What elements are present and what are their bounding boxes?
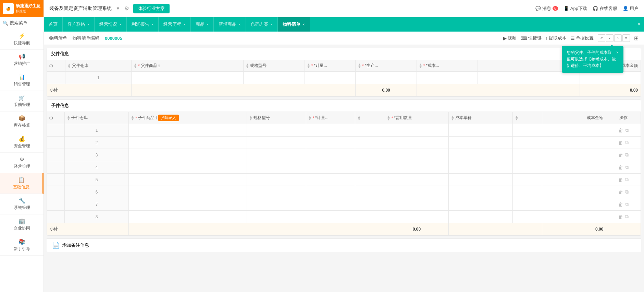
child-row-qty[interactable] bbox=[385, 161, 449, 174]
child-row-qty[interactable] bbox=[385, 186, 449, 198]
single-settings-action[interactable]: ☰ 单据设置 bbox=[571, 35, 594, 41]
tab-add-goods-close[interactable]: × bbox=[238, 22, 240, 26]
parent-row-unit[interactable] bbox=[305, 72, 356, 84]
tab-barcode[interactable]: 条码方案 × bbox=[246, 17, 278, 32]
child-row-unit-price[interactable] bbox=[449, 124, 513, 137]
parent-row-spec[interactable] bbox=[244, 72, 305, 84]
tooltip-close-btn[interactable]: × bbox=[616, 49, 619, 56]
delete-icon[interactable]: 🗑 bbox=[618, 214, 623, 220]
parent-settings-gear[interactable]: ⚙ bbox=[49, 63, 53, 69]
child-row-goods[interactable] bbox=[129, 186, 247, 198]
tab-add-goods[interactable]: 新增商品 × bbox=[214, 17, 246, 32]
child-row-qty[interactable] bbox=[385, 124, 449, 137]
child-row-spec[interactable] bbox=[247, 124, 306, 137]
tab-customers-close[interactable]: × bbox=[87, 22, 89, 26]
nav-next[interactable]: › bbox=[614, 34, 622, 42]
delete-icon[interactable]: 🗑 bbox=[618, 202, 623, 207]
copy-icon[interactable]: ⧉ bbox=[625, 201, 629, 207]
child-row-goods[interactable] bbox=[129, 198, 247, 211]
child-row-qty[interactable] bbox=[385, 198, 449, 211]
delete-icon[interactable]: 🗑 bbox=[618, 165, 623, 170]
copy-icon[interactable]: ⧉ bbox=[625, 177, 629, 183]
child-settings-gear[interactable]: ⚙ bbox=[49, 115, 53, 121]
sidebar-item-basic-info[interactable]: 📋 基础信息 bbox=[0, 173, 44, 194]
child-row-unit[interactable] bbox=[306, 198, 355, 211]
child-row-unit-price[interactable] bbox=[449, 149, 513, 161]
child-row-unit[interactable] bbox=[306, 211, 355, 223]
parent-row-production[interactable] bbox=[356, 72, 417, 84]
child-row-spec[interactable] bbox=[247, 174, 306, 186]
child-row-spec[interactable] bbox=[247, 149, 306, 161]
view-action[interactable]: ▶ 视频 bbox=[503, 35, 517, 41]
delete-icon[interactable]: 🗑 bbox=[618, 128, 623, 133]
nav-prev[interactable]: ‹ bbox=[606, 34, 614, 42]
nav-last[interactable]: » bbox=[622, 34, 630, 42]
sidebar-item-marketing[interactable]: 📢 营销推广 bbox=[0, 50, 44, 70]
copy-icon[interactable]: ⧉ bbox=[625, 164, 629, 170]
tab-profit-close[interactable]: × bbox=[151, 22, 153, 26]
child-row-unit[interactable] bbox=[306, 124, 355, 137]
tab-goods-close[interactable]: × bbox=[207, 22, 209, 26]
messages-item[interactable]: 💬 消息 6 bbox=[535, 5, 558, 12]
user-item[interactable]: 👤 用户 bbox=[623, 5, 639, 12]
child-row-unit-price[interactable] bbox=[449, 186, 513, 198]
app-download-item[interactable]: 📱 App下载 bbox=[564, 5, 587, 12]
copy-icon[interactable]: ⧉ bbox=[625, 189, 629, 195]
child-row-goods[interactable] bbox=[129, 174, 247, 186]
add-note-icon[interactable]: 📄 bbox=[52, 242, 60, 249]
sidebar-item-purchase[interactable]: 🛒 采购管理 bbox=[0, 91, 44, 112]
copy-icon[interactable]: ⧉ bbox=[625, 140, 629, 145]
child-row-qty[interactable] bbox=[385, 149, 449, 161]
dropdown-icon[interactable]: ▼ bbox=[116, 6, 120, 11]
child-row-spec[interactable] bbox=[247, 198, 306, 211]
sidebar-item-system[interactable]: 🔧 系统管理 bbox=[0, 194, 44, 214]
tab-customers[interactable]: 客户联络 × bbox=[63, 17, 95, 32]
delete-icon[interactable]: 🗑 bbox=[618, 189, 623, 195]
child-row-goods[interactable] bbox=[129, 137, 247, 149]
nav-first[interactable]: « bbox=[598, 34, 605, 42]
parent-row-goods[interactable] bbox=[132, 72, 244, 84]
online-service-item[interactable]: 🎧 在线客服 bbox=[593, 5, 617, 12]
delete-icon[interactable]: 🗑 bbox=[618, 140, 623, 145]
sidebar-item-guide[interactable]: 📚 新手引导 bbox=[0, 235, 44, 256]
sidebar-item-enterprise[interactable]: 🏢 企业协同 bbox=[0, 214, 44, 235]
tab-profit[interactable]: 利润报告 × bbox=[127, 17, 159, 32]
child-row-unit-price[interactable] bbox=[449, 198, 513, 211]
parent-col-settings[interactable]: ⚙ bbox=[47, 60, 65, 72]
extract-cost-action[interactable]: ↑ 提取成本 bbox=[546, 35, 567, 41]
child-row-unit-price[interactable] bbox=[449, 174, 513, 186]
child-row-spec[interactable] bbox=[247, 186, 306, 198]
grid-view-icon[interactable]: ⊞ bbox=[634, 35, 639, 42]
copy-icon[interactable]: ⧉ bbox=[625, 214, 629, 220]
child-row-unit[interactable] bbox=[306, 161, 355, 174]
delete-icon[interactable]: 🗑 bbox=[618, 177, 623, 183]
child-row-goods[interactable] bbox=[129, 211, 247, 223]
child-row-goods[interactable] bbox=[129, 149, 247, 161]
scan-button[interactable]: 扫码录入 bbox=[158, 115, 179, 121]
tab-history[interactable]: 经营历程 × bbox=[159, 17, 190, 32]
child-row-spec[interactable] bbox=[247, 161, 306, 174]
close-all-tabs[interactable]: × bbox=[634, 21, 644, 27]
sidebar-item-operations[interactable]: ⚙ 经营管理 bbox=[0, 153, 44, 173]
sidebar-item-quick-nav[interactable]: ⚡ 快捷导航 bbox=[0, 29, 44, 50]
child-row-unit-price[interactable] bbox=[449, 161, 513, 174]
tab-operations[interactable]: 经营情况 × bbox=[95, 17, 126, 32]
tab-history-close[interactable]: × bbox=[183, 22, 185, 26]
tab-bom[interactable]: 物料清单 × bbox=[278, 17, 310, 32]
child-row-qty[interactable] bbox=[385, 174, 449, 186]
tab-goods[interactable]: 商品 × bbox=[191, 17, 214, 32]
child-row-spec[interactable] bbox=[247, 137, 306, 149]
copy-icon[interactable]: ⧉ bbox=[625, 152, 629, 158]
trial-button[interactable]: 体验行业方案 bbox=[133, 4, 170, 13]
tab-bom-close[interactable]: × bbox=[302, 22, 305, 26]
tab-home[interactable]: 首页 bbox=[44, 17, 63, 32]
sidebar-item-finance[interactable]: 💰 资金管理 bbox=[0, 132, 44, 153]
copy-icon[interactable]: ⧉ bbox=[625, 127, 629, 133]
sidebar-item-sales[interactable]: 📊 销售管理 bbox=[0, 70, 44, 91]
tab-barcode-close[interactable]: × bbox=[271, 22, 273, 26]
tab-operations-close[interactable]: × bbox=[119, 22, 121, 26]
child-row-qty[interactable] bbox=[385, 137, 449, 149]
child-row-goods[interactable] bbox=[129, 161, 247, 174]
settings-icon[interactable]: ⚙ bbox=[124, 5, 129, 12]
child-row-unit[interactable] bbox=[306, 137, 355, 149]
